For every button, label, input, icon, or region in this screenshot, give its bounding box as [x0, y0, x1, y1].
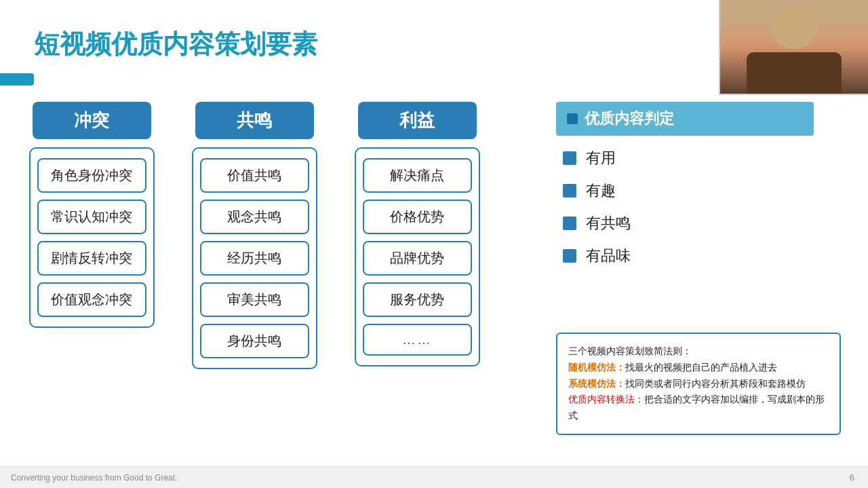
quality-header-label: 优质内容判定 [585, 109, 674, 129]
column-resonance-box: 价值共鸣 观念共鸣 经历共鸣 审美共鸣 身份共鸣 [192, 147, 317, 369]
footer-page-number: 6 [850, 472, 854, 483]
note-title: 三个视频内容策划致简法则： [568, 343, 829, 360]
benefit-item-5: …… [363, 324, 472, 356]
resonance-item-5: 身份共鸣 [200, 324, 309, 358]
resonance-item-2: 观念共鸣 [200, 200, 309, 234]
quality-item-4-icon [563, 249, 576, 263]
column-conflict-header: 冲突 [33, 102, 151, 139]
note-line2: 系统模仿法：找同类或者同行内容分析其桥段和套路模仿 [568, 376, 829, 392]
note-line3-label: 优质内容转换法： [568, 394, 644, 405]
quality-item-1-label: 有用 [586, 148, 616, 168]
resonance-item-1: 价值共鸣 [200, 158, 309, 193]
benefit-item-3: 品牌优势 [363, 241, 472, 276]
conflict-item-4: 价值观念冲突 [37, 282, 146, 317]
note-line2-label: 系统模仿法： [568, 378, 625, 389]
benefit-item-4: 服务优势 [363, 282, 472, 317]
slide-area: 短视频优质内容策划要素 冲突 角色身份冲突 常识认知冲突 剧情反转冲突 价值观念… [0, 0, 868, 488]
columns-container: 冲突 角色身份冲突 常识认知冲突 剧情反转冲突 价值观念冲突 共鸣 价值共鸣 观… [27, 102, 481, 369]
note-box: 三个视频内容策划致简法则： 随机模仿法：找最火的视频把自己的产品植入进去 系统模… [556, 333, 841, 435]
quality-header-icon [567, 113, 578, 124]
conflict-item-3: 剧情反转冲突 [37, 241, 146, 276]
quality-item-2-label: 有趣 [586, 181, 616, 201]
title-accent [0, 73, 34, 86]
note-line3: 优质内容转换法：把合适的文字内容加以编排，写成剧本的形式 [568, 392, 829, 424]
column-benefit: 利益 解决痛点 价格优势 品牌优势 服务优势 …… [353, 102, 481, 369]
column-resonance-header: 共鸣 [195, 102, 314, 139]
quality-item-3-icon [563, 217, 576, 230]
conflict-item-2: 常识认知冲突 [37, 200, 146, 234]
footer-left-text: Converting your business from Good to Gr… [11, 473, 177, 483]
benefit-item-1: 解决痛点 [363, 158, 472, 193]
quality-item-4: 有品味 [563, 246, 841, 266]
column-conflict: 冲突 角色身份冲突 常识认知冲突 剧情反转冲突 价值观念冲突 [27, 102, 156, 369]
note-line1-label: 随机模仿法： [568, 362, 625, 373]
quality-item-1: 有用 [563, 148, 841, 168]
quality-item-3-label: 有共鸣 [586, 213, 631, 233]
note-title-text: 三个视频内容策划致简法则： [568, 345, 692, 356]
quality-item-1-icon [563, 151, 576, 165]
column-benefit-header: 利益 [358, 102, 477, 139]
note-line2-text: 找同类或者同行内容分析其桥段和套路模仿 [625, 378, 806, 389]
bottom-bar: Converting your business from Good to Gr… [0, 466, 868, 488]
note-line1-text: 找最火的视频把自己的产品植入进去 [625, 362, 777, 373]
slide-title: 短视频优质内容策划要素 [34, 27, 317, 62]
column-benefit-box: 解决痛点 价格优势 品牌优势 服务优势 …… [355, 147, 480, 367]
quality-list: 有用 有趣 有共鸣 有品味 [556, 148, 841, 266]
conflict-item-1: 角色身份冲突 [37, 158, 146, 193]
resonance-item-3: 经历共鸣 [200, 241, 309, 276]
resonance-item-4: 审美共鸣 [200, 282, 309, 317]
quality-header: 优质内容判定 [556, 102, 814, 136]
note-line1: 随机模仿法：找最火的视频把自己的产品植入进去 [568, 360, 829, 376]
right-panel: 优质内容判定 有用 有趣 有共鸣 有品味 [556, 102, 841, 280]
quality-item-4-label: 有品味 [586, 246, 631, 266]
column-conflict-box: 角色身份冲突 常识认知冲突 剧情反转冲突 价值观念冲突 [29, 147, 155, 328]
quality-item-3: 有共鸣 [563, 213, 841, 233]
quality-item-2: 有趣 [563, 181, 841, 201]
benefit-item-2: 价格优势 [363, 200, 472, 234]
webcam-person [720, 0, 868, 94]
quality-item-2-icon [563, 184, 576, 198]
webcam-overlay [719, 0, 868, 95]
column-resonance: 共鸣 价值共鸣 观念共鸣 经历共鸣 审美共鸣 身份共鸣 [190, 102, 319, 369]
